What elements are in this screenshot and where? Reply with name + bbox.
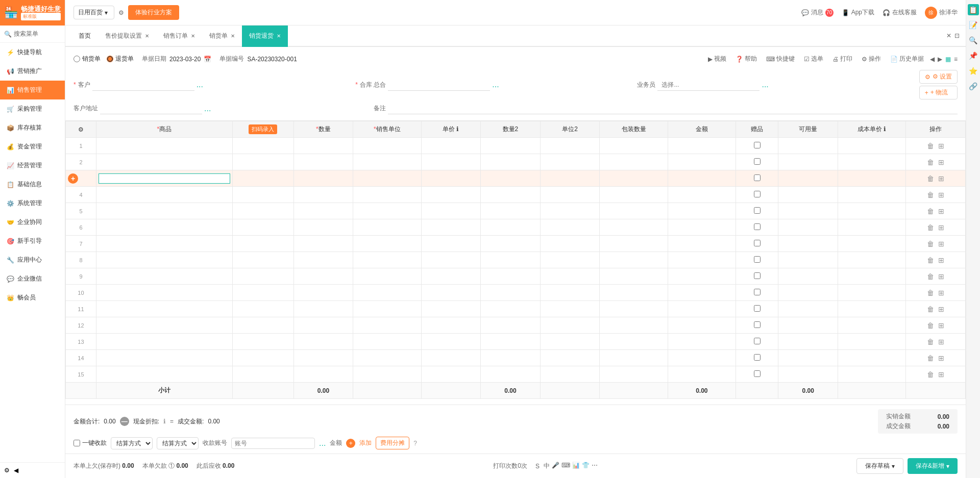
- add-payment-btn[interactable]: +: [346, 439, 355, 448]
- calendar-icon[interactable]: 📅: [204, 56, 211, 63]
- delete-row-btn[interactable]: 🗑: [926, 255, 935, 265]
- shortcuts-btn[interactable]: ⌨ 快捷键: [763, 53, 798, 65]
- help-btn[interactable]: ❓ 帮助: [732, 53, 760, 65]
- gift-checkbox[interactable]: [754, 305, 761, 312]
- copy-row-btn[interactable]: ⊞: [937, 353, 945, 363]
- copy-row-btn[interactable]: ⊞: [937, 304, 945, 314]
- tab-home[interactable]: 首页: [71, 26, 98, 47]
- copy-row-btn[interactable]: ⊞: [937, 222, 945, 233]
- row-product[interactable]: [96, 285, 232, 301]
- grid-view-icon[interactable]: ▦: [945, 56, 951, 63]
- salesperson-input[interactable]: [657, 79, 760, 91]
- delete-row-btn[interactable]: 🗑: [926, 173, 935, 184]
- delete-row-btn[interactable]: 🗑: [926, 206, 935, 216]
- delete-row-btn[interactable]: 🗑: [926, 190, 935, 200]
- table-icon[interactable]: 📊: [572, 462, 580, 470]
- sidebar-item-funds[interactable]: 💰 资金管理: [0, 137, 65, 156]
- copy-row-btn[interactable]: ⊞: [937, 369, 945, 380]
- copy-row-btn[interactable]: ⊞: [937, 337, 945, 347]
- remark-input[interactable]: [388, 103, 958, 114]
- product-input[interactable]: [99, 173, 230, 184]
- copy-row-btn[interactable]: ⊞: [937, 255, 945, 265]
- online-service-item[interactable]: 🎧 在线客服: [883, 8, 917, 17]
- copy-row-btn[interactable]: ⊞: [937, 190, 945, 200]
- list-view-icon[interactable]: ≡: [954, 56, 958, 63]
- app-download-item[interactable]: 📱 App下载: [842, 8, 874, 17]
- customer-select-btn[interactable]: ...: [197, 80, 203, 89]
- tab-close-all-icon[interactable]: ✕: [946, 32, 951, 39]
- settlement-select[interactable]: 结算方式: [111, 437, 153, 449]
- salesperson-select-btn[interactable]: ...: [762, 80, 768, 89]
- user-item[interactable]: 徐 徐泽华: [925, 7, 958, 19]
- copy-row-btn[interactable]: ⊞: [937, 206, 945, 216]
- tab-maximize-icon[interactable]: ⊡: [954, 32, 960, 39]
- sidebar-item-sales[interactable]: 📊 销售管理: [0, 81, 65, 99]
- delete-row-btn[interactable]: 🗑: [926, 157, 935, 167]
- row-product[interactable]: [96, 236, 232, 252]
- right-panel-icon-1[interactable]: 📋: [968, 4, 979, 15]
- scan-btn[interactable]: 扫码录入: [249, 124, 277, 134]
- gift-checkbox[interactable]: [754, 240, 761, 246]
- sidebar-search[interactable]: 🔍 搜索菜单: [0, 26, 65, 43]
- row-product[interactable]: [96, 317, 232, 334]
- copy-row-btn[interactable]: ⊞: [937, 320, 945, 331]
- row-add-btn[interactable]: +: [66, 170, 96, 187]
- video-btn[interactable]: ▶ 视频: [705, 53, 729, 65]
- sidebar-item-shortcuts[interactable]: ⚡ 快捷导航: [0, 43, 65, 62]
- gift-checkbox[interactable]: [754, 142, 761, 148]
- right-panel-icon-5[interactable]: ⭐: [968, 65, 979, 77]
- delete-row-btn[interactable]: 🗑: [926, 222, 935, 233]
- save-new-button[interactable]: 保存&新增 ▾: [908, 458, 958, 474]
- gift-checkbox[interactable]: [754, 289, 761, 295]
- tab-sales-return[interactable]: 销货退货 ✕: [242, 26, 288, 47]
- select-btn[interactable]: ☑ 选单: [801, 53, 826, 65]
- delete-row-btn[interactable]: 🗑: [926, 304, 935, 314]
- row-product[interactable]: [96, 170, 232, 187]
- row-product[interactable]: [96, 187, 232, 203]
- settings-gear-icon[interactable]: ⚙: [118, 9, 124, 16]
- copy-row-btn[interactable]: ⊞: [937, 271, 945, 282]
- row-product[interactable]: [96, 252, 232, 268]
- message-item[interactable]: 💬 消息 70: [801, 8, 834, 17]
- radio-sales-delivery[interactable]: 销货单: [74, 55, 101, 63]
- delete-row-btn[interactable]: 🗑: [926, 337, 935, 347]
- delete-row-btn[interactable]: 🗑: [926, 141, 935, 151]
- gift-checkbox[interactable]: [754, 223, 761, 230]
- zhong-icon[interactable]: 中: [544, 462, 550, 470]
- add-row-button[interactable]: +: [68, 173, 78, 184]
- row-product[interactable]: [96, 268, 232, 285]
- account-select[interactable]: 结算方式: [157, 437, 199, 449]
- sidebar-item-guide[interactable]: 🎯 新手引导: [0, 232, 65, 250]
- history-btn[interactable]: 📄 历史单据: [887, 53, 927, 65]
- row-product[interactable]: [96, 366, 232, 383]
- collapse-icon[interactable]: ◀: [14, 467, 18, 474]
- sidebar-item-system[interactable]: ⚙️ 系统管理: [0, 194, 65, 213]
- delete-row-btn[interactable]: 🗑: [926, 320, 935, 331]
- row-product[interactable]: [96, 203, 232, 219]
- tab-sales-order[interactable]: 销售订单 ✕: [156, 26, 202, 47]
- row-product[interactable]: [96, 350, 232, 366]
- sidebar-item-operations[interactable]: 📈 经营管理: [0, 156, 65, 175]
- one-click-payment-checkbox[interactable]: 一键收款: [74, 439, 107, 447]
- right-panel-icon-2[interactable]: 📝: [968, 19, 979, 31]
- address-input[interactable]: [100, 103, 202, 114]
- settings-btn[interactable]: ⚙ ⚙ 设置: [919, 70, 958, 84]
- print-btn[interactable]: 🖨 打印: [829, 53, 855, 65]
- gift-checkbox[interactable]: [754, 207, 761, 214]
- shirt-icon[interactable]: 👕: [582, 462, 590, 470]
- delete-row-btn[interactable]: 🗑: [926, 271, 935, 282]
- delete-row-btn[interactable]: 🗑: [926, 239, 935, 249]
- col-settings[interactable]: ⚙: [66, 121, 96, 138]
- tab-sales-return-close[interactable]: ✕: [277, 33, 281, 39]
- tab-sales-delivery[interactable]: 销货单 ✕: [202, 26, 242, 47]
- mic-icon[interactable]: 🎤: [552, 462, 559, 470]
- warehouse-select-btn[interactable]: ...: [492, 80, 499, 89]
- save-draft-button[interactable]: 保存草稿 ▾: [856, 458, 903, 474]
- radio-return[interactable]: 退货单: [107, 55, 134, 63]
- right-panel-icon-6[interactable]: 🔗: [968, 81, 979, 92]
- account-number-input[interactable]: [231, 438, 315, 449]
- account-select-btn[interactable]: ...: [319, 439, 326, 448]
- trial-button[interactable]: 体验行业方案: [128, 5, 179, 20]
- tab-price-setup-close[interactable]: ✕: [145, 33, 149, 39]
- sidebar-item-inventory[interactable]: 📦 库存核算: [0, 118, 65, 137]
